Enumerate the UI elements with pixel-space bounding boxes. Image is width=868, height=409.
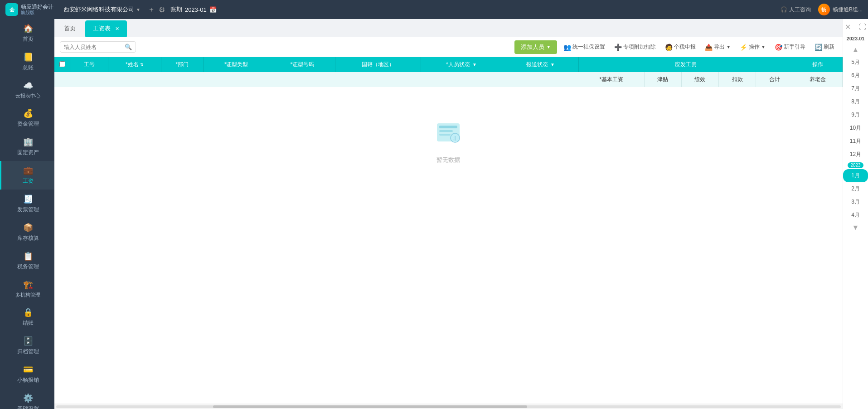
tab-close-icon[interactable]: ✕ [115,26,119,31]
month-item-10[interactable]: 10月 [843,122,868,135]
fund-icon: 💰 [23,108,33,118]
month-item-3[interactable]: 3月 [843,195,868,209]
sidebar-item-archive[interactable]: 🗄️ 归档管理 [0,331,54,360]
tab-salary[interactable]: 工资表 ✕ [85,20,127,37]
sidebar-label: 固定资产 [17,149,39,156]
month-item-5[interactable]: 5月 [843,56,868,69]
cloud-icon: ☁️ [23,81,33,91]
submit-filter-icon[interactable]: ▼ [550,62,555,67]
refresh-button[interactable]: 🔄 刷新 [812,41,837,53]
prev-year-button[interactable]: ▲ [852,44,859,56]
top-quick-actions: ＋ ⚙ [148,5,165,15]
search-wrap: 🔍 [60,41,136,53]
sidebar-item-fund[interactable]: 💰 资金管理 [0,104,54,132]
next-year-button[interactable]: ▼ [852,222,859,234]
sidebar: 🏠 首页 📒 总账 ☁️ 云报表中心 💰 资金管理 🏢 固定资产 💼 工资 🧾 … [0,19,54,409]
export-button[interactable]: 📤 导出 ▼ [702,41,733,53]
salary-table: 工号 *姓名 ⇅ *部门 *证型类型 *证型号码 [54,57,843,191]
sidebar-item-cloud-report[interactable]: ☁️ 云报表中心 [0,76,54,104]
right-panel: ✕ ⛶ 2023.01 ▲ 5月 6月 7月 8月 9月 10月 11月 12月… [843,19,868,409]
sidebar-label: 基础设置 [17,405,39,409]
sidebar-item-inventory[interactable]: 📦 库存核算 [0,218,54,247]
ledger-icon: 📒 [23,52,33,62]
svg-rect-1 [439,126,457,128]
empty-state: :| 暂无数据 [54,87,843,191]
month-item-1[interactable]: 1月 [843,169,868,182]
table-container: 工号 *姓名 ⇅ *部门 *证型类型 *证型号码 [54,57,843,404]
th-emp-no: 工号 [71,57,108,72]
right-panel-close-icon[interactable]: ✕ [843,21,853,33]
add-icon[interactable]: ＋ [148,5,155,15]
th-dept: *部门 [161,57,203,72]
tax-icon: 📋 [23,251,33,261]
empty-state-cell: :| 暂无数据 [54,87,843,191]
salary-icon: 💼 [23,166,33,175]
scrollbar-track [56,405,841,408]
sidebar-item-settings[interactable]: ⚙️ 基础设置 [0,389,54,409]
svg-rect-3 [439,134,451,136]
sidebar-item-close-accounts[interactable]: 🔒 结账 [0,303,54,331]
th-salary-group: 应发工资 [579,57,793,72]
social-security-button[interactable]: 👥 统一社保设置 [561,41,608,53]
right-panel-expand-icon[interactable]: ⛶ [857,21,868,33]
search-input[interactable] [64,44,123,50]
month-item-11[interactable]: 11月 [843,135,868,148]
month-item-7[interactable]: 7月 [843,82,868,95]
th-status: *人员状态 ▼ [421,57,502,72]
svg-text::|: :| [453,136,456,141]
sidebar-item-ledger[interactable]: 📒 总账 [0,48,54,76]
inventory-icon: 📦 [23,223,33,233]
personal-tax-button[interactable]: 🧑 个税申报 [662,41,698,53]
settings-icon[interactable]: ⚙ [159,5,165,14]
th-base-salary: *基本工资 [579,72,645,87]
month-item-2[interactable]: 2月 [843,182,868,195]
avatar: 畅 [818,4,830,15]
app-name: 畅应通好会计 旗舰版 [21,4,53,15]
sidebar-label: 发票管理 [17,206,39,214]
sidebar-item-salary[interactable]: 💼 工资 [0,161,54,190]
sidebar-label: 资金管理 [17,120,39,128]
sidebar-item-tax[interactable]: 📋 税务管理 [0,247,54,275]
calendar-icon[interactable]: 📅 [209,6,217,13]
user-info[interactable]: 畅 畅捷通B组... [818,4,863,15]
top-right-area: 🎧 人工咨询 畅 畅捷通B组... [781,4,863,15]
personal-tax-icon: 🧑 [665,44,673,51]
support-button[interactable]: 🎧 人工咨询 [781,6,811,14]
operations-icon: ⚡ [740,44,747,51]
scrollbar-thumb [213,405,527,408]
month-item-4[interactable]: 4月 [843,209,868,222]
year-badge-2023: 2023 [843,161,868,169]
tab-home[interactable]: 首页 [56,20,83,37]
sidebar-item-asset[interactable]: 🏢 固定资产 [0,132,54,161]
status-filter-icon[interactable]: ▼ [472,62,477,67]
sidebar-label: 首页 [23,35,34,43]
th-id-type: *证型类型 [203,57,269,72]
month-item-12[interactable]: 12月 [843,148,868,161]
month-item-9[interactable]: 9月 [843,108,868,122]
sidebar-item-multi-org[interactable]: 🏗️ 多机构管理 [0,275,54,303]
special-deduct-button[interactable]: ➕ 专项附加扣除 [611,41,659,53]
sidebar-item-home[interactable]: 🏠 首页 [0,19,54,48]
horizontal-scrollbar[interactable] [54,404,843,409]
select-all-checkbox[interactable] [59,61,65,67]
month-list: ▲ 5月 6月 7月 8月 9月 10月 11月 12月 2023 1月 2月 … [843,42,868,235]
logo-area: 会 畅应通好会计 旗舰版 [5,3,60,16]
sidebar-label: 小畅报销 [17,376,39,384]
th-spacer [54,72,579,87]
month-item-8[interactable]: 8月 [843,95,868,108]
refresh-icon: 🔄 [815,44,822,51]
sidebar-item-expense[interactable]: 💳 小畅报销 [0,360,54,389]
new-guide-icon: 🎯 [775,44,782,51]
operations-button[interactable]: ⚡ 操作 ▼ [737,41,768,53]
operations-chevron-icon: ▼ [761,44,766,49]
new-guide-button[interactable]: 🎯 新手引导 [772,41,808,53]
invoice-icon: 🧾 [23,194,33,204]
company-selector[interactable]: 西安虾米网络科技有限公司 ▼ [60,4,144,15]
th-bonus: 津贴 [644,72,681,87]
sidebar-label: 工资 [23,177,34,185]
month-item-6[interactable]: 6月 [843,69,868,82]
asset-icon: 🏢 [23,137,33,147]
add-person-button[interactable]: 添加人员 ▼ [514,40,557,54]
sidebar-item-invoice[interactable]: 🧾 发票管理 [0,190,54,218]
company-name: 西安虾米网络科技有限公司 [63,5,134,14]
